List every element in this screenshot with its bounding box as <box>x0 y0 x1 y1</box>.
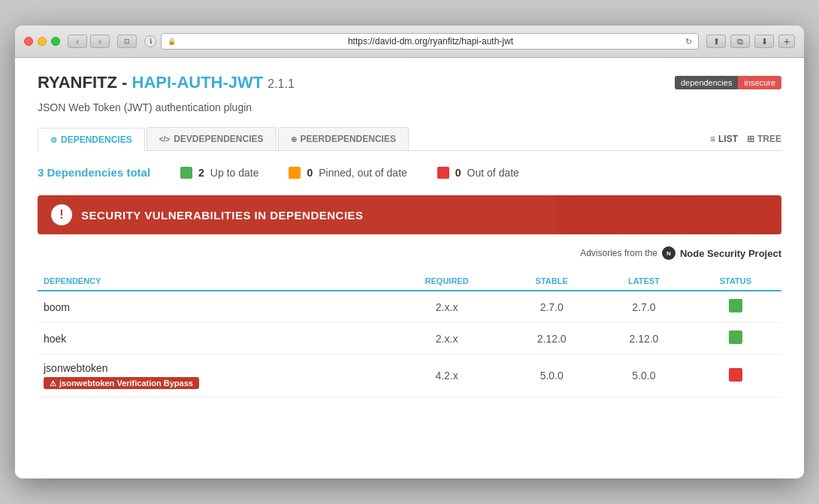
back-button[interactable]: ‹ <box>68 35 87 48</box>
dep-name: jsonwebtoken <box>44 362 382 374</box>
title-bar: ‹ › ⊡ ℹ 🔒 https://david-dm.org/ryanfitz/… <box>15 26 804 58</box>
green-dot <box>180 167 192 179</box>
page-title: RYANFITZ - HAPI-AUTH-JWT2.1.1 <box>38 73 295 92</box>
page-subtitle: JSON Web Token (JWT) authentication plug… <box>38 101 781 113</box>
forward-button[interactable]: › <box>90 35 110 48</box>
status-green-icon <box>729 299 742 312</box>
traffic-lights <box>24 37 60 46</box>
tree-view-label: TREE <box>757 134 781 144</box>
tab-peerdependencies[interactable]: ⊕ PEERDEPENDENCIES <box>278 127 409 150</box>
lock-icon: 🔒 <box>168 38 176 45</box>
minimize-button[interactable] <box>38 37 47 46</box>
dep-required: 4.2.x <box>388 355 505 397</box>
pinned-stat: 0 Pinned, out of date <box>289 167 406 179</box>
nav-buttons: ‹ › <box>68 35 110 48</box>
tree-icon: ⊞ <box>747 134 754 144</box>
info-button[interactable]: ℹ <box>144 35 156 47</box>
table-header-row: DEPENDENCY REQUIRED STABLE LATEST STATUS <box>38 272 781 291</box>
table-row: hoek2.x.x2.12.02.12.0 <box>38 323 781 355</box>
address-bar-wrap: ℹ 🔒 https://david-dm.org/ryanfitz/hapi-a… <box>144 33 699 50</box>
out-of-date-count: 0 <box>455 167 461 179</box>
dep-stable: 2.7.0 <box>505 291 598 323</box>
badge-dependencies: dependencies <box>675 76 739 89</box>
window-toggle-button[interactable]: ⊡ <box>117 35 137 48</box>
right-buttons: ⬆ ⧉ ⬇ + <box>706 35 795 48</box>
table-row: boom2.x.x2.7.02.7.0 <box>38 291 781 323</box>
status-badge-group: dependencies insecure <box>675 76 781 89</box>
advisory-prefix: Advisories from the <box>580 248 657 258</box>
tab-dependencies[interactable]: ⚙ DEPENDENCIES <box>38 128 145 151</box>
url-text: https://david-dm.org/ryanfitz/hapi-auth-… <box>179 36 682 47</box>
maximize-button[interactable] <box>51 37 60 46</box>
close-button[interactable] <box>24 37 33 46</box>
dep-status <box>690 291 781 323</box>
tab-dependencies-label: DEPENDENCIES <box>61 134 132 145</box>
author-name: RYANFITZ <box>38 73 117 92</box>
dep-name-cell[interactable]: hoek <box>38 323 388 355</box>
version-number: 2.1.1 <box>267 77 295 90</box>
dep-name-cell[interactable]: jsonwebtoken⚠jsonwebtoken Verification B… <box>38 355 388 397</box>
dependency-table: DEPENDENCY REQUIRED STABLE LATEST STATUS… <box>38 272 781 397</box>
security-banner: ! SECURITY VULNERABILITIES IN DEPENDENCI… <box>38 195 781 234</box>
vuln-text: jsonwebtoken Verification Bypass <box>59 379 193 388</box>
list-view-label: LIST <box>718 134 738 144</box>
reload-button[interactable]: ↻ <box>685 37 692 47</box>
dep-status <box>690 323 781 355</box>
dep-stable: 2.12.0 <box>505 323 598 355</box>
dependencies-tab-icon: ⚙ <box>50 136 57 144</box>
nsp-name: Node Security Project <box>680 248 781 259</box>
up-to-date-label: Up to date <box>210 167 259 179</box>
devdependencies-tab-icon: </> <box>159 135 170 143</box>
list-icon: ≡ <box>710 134 715 144</box>
list-view-button[interactable]: ≡ LIST <box>710 134 738 144</box>
dep-name-cell[interactable]: boom <box>38 291 388 323</box>
pinned-count: 0 <box>307 167 313 179</box>
dep-required: 2.x.x <box>388 291 505 323</box>
tabs-row: ⚙ DEPENDENCIES </> DEVDEPENDENCIES ⊕ PEE… <box>38 127 781 151</box>
download-button[interactable]: ⬇ <box>754 35 774 48</box>
dep-name: hoek <box>44 333 382 345</box>
warning-icon: ! <box>51 204 72 225</box>
col-dependency: DEPENDENCY <box>38 272 388 291</box>
duplicate-button[interactable]: ⧉ <box>730 35 750 48</box>
pinned-label: Pinned, out of date <box>319 167 407 179</box>
nsp-logo: N <box>662 246 675 260</box>
page-content: RYANFITZ - HAPI-AUTH-JWT2.1.1 dependenci… <box>15 58 804 478</box>
view-buttons: ≡ LIST ⊞ TREE <box>710 134 781 144</box>
tree-view-button[interactable]: ⊞ TREE <box>747 134 781 144</box>
advisory-row: Advisories from the N Node Security Proj… <box>38 246 781 260</box>
page-header: RYANFITZ - HAPI-AUTH-JWT2.1.1 dependenci… <box>38 73 781 92</box>
tab-devdependencies[interactable]: </> DEVDEPENDENCIES <box>147 127 277 150</box>
total-count: 3 <box>38 166 44 179</box>
dep-latest: 2.12.0 <box>598 323 689 355</box>
status-red-icon <box>729 368 742 382</box>
total-label: Dependencies total <box>47 166 151 179</box>
dep-stable: 5.0.0 <box>505 355 598 397</box>
up-to-date-stat: 2 Up to date <box>180 167 258 179</box>
browser-window: ‹ › ⊡ ℹ 🔒 https://david-dm.org/ryanfitz/… <box>15 26 804 478</box>
dep-name: boom <box>44 301 382 313</box>
repo-name: HAPI-AUTH-JWT <box>132 73 264 92</box>
vulnerability-badge[interactable]: ⚠jsonwebtoken Verification Bypass <box>44 377 199 389</box>
col-status: STATUS <box>690 272 781 291</box>
out-of-date-label: Out of date <box>467 167 519 179</box>
dep-status <box>690 355 781 397</box>
up-to-date-count: 2 <box>198 167 204 179</box>
stats-row: 3 Dependencies total 2 Up to date 0 Pinn… <box>38 166 781 179</box>
share-button[interactable]: ⬆ <box>706 35 726 48</box>
dep-required: 2.x.x <box>388 323 505 355</box>
dep-latest: 2.7.0 <box>598 291 689 323</box>
tabs-left: ⚙ DEPENDENCIES </> DEVDEPENDENCIES ⊕ PEE… <box>38 127 410 150</box>
col-latest: LATEST <box>598 272 689 291</box>
status-green-icon <box>729 330 742 344</box>
yellow-dot <box>289 167 301 179</box>
new-tab-button[interactable]: + <box>778 35 795 48</box>
peerdependencies-tab-icon: ⊕ <box>291 135 297 143</box>
total-stat: 3 Dependencies total <box>38 166 150 179</box>
table-row: jsonwebtoken⚠jsonwebtoken Verification B… <box>38 355 781 397</box>
red-dot <box>437 167 449 179</box>
out-of-date-stat: 0 Out of date <box>437 167 519 179</box>
col-stable: STABLE <box>505 272 598 291</box>
dep-latest: 5.0.0 <box>598 355 689 397</box>
address-bar[interactable]: 🔒 https://david-dm.org/ryanfitz/hapi-aut… <box>161 33 699 50</box>
